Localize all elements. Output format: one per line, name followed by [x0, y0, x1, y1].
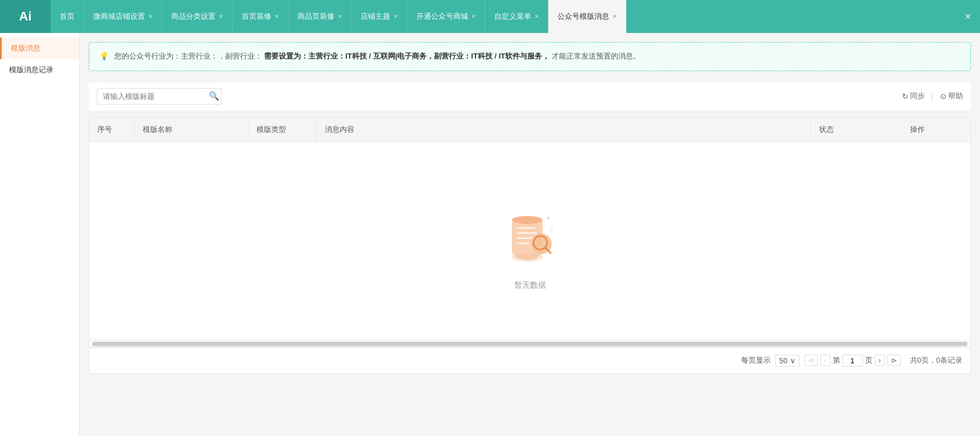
- pagination: 每页显示 50 ∨ ⊲ ‹ 第 页 › ⊳ 共0页，0条记录: [89, 347, 971, 374]
- col-action: 操作: [902, 118, 970, 142]
- first-page-button[interactable]: ⊲: [804, 355, 818, 366]
- sync-button[interactable]: ↻ 同步: [902, 91, 925, 101]
- nav-tab-product-decor[interactable]: 商品页装修 ×: [288, 0, 352, 33]
- empty-text: 暂无数据: [514, 280, 546, 290]
- next-page-button[interactable]: ›: [875, 355, 885, 366]
- close-tab-wechat-shop[interactable]: ×: [148, 13, 152, 20]
- horizontal-scrollbar[interactable]: [89, 341, 971, 347]
- nav-tab-custom-menu[interactable]: 自定义菜单 ×: [485, 0, 548, 33]
- nav-tab-shop-theme[interactable]: 店铺主题 ×: [352, 0, 407, 33]
- scrollbar-thumb[interactable]: [92, 342, 967, 346]
- last-page-button[interactable]: ⊳: [887, 355, 901, 366]
- prev-page-button[interactable]: ‹: [820, 355, 830, 366]
- search-actions: ↻ 同步 | ⊙ 帮助: [902, 91, 963, 101]
- close-tab-custom-menu[interactable]: ×: [535, 13, 539, 20]
- svg-text:✦: ✦: [540, 212, 544, 216]
- close-tab-product-category[interactable]: ×: [219, 13, 223, 20]
- nav-tab-open-wechat[interactable]: 开通公众号商城 ×: [407, 0, 485, 33]
- table-header: 序号 模版名称 模版类型 消息内容 状态 操作: [89, 117, 971, 142]
- sidebar-nav: 模版消息模版消息记录: [0, 38, 79, 81]
- close-tab-home-decor[interactable]: ×: [275, 13, 279, 20]
- top-navigation: Ai 首页微商城店铺设置 ×商品分类设置 ×首页装修 ×商品页装修 ×店铺主题 …: [0, 0, 980, 33]
- col-content: 消息内容: [317, 118, 811, 142]
- table-container: 序号 模版名称 模版类型 消息内容 状态 操作: [89, 117, 971, 374]
- banner-suffix: 才能正常发送预置的消息。: [552, 52, 640, 60]
- help-button[interactable]: ⊙ 帮助: [940, 91, 963, 101]
- sidebar-item-template-msg-log[interactable]: 模版消息记录: [0, 59, 79, 81]
- help-icon: ⊙: [940, 92, 946, 101]
- empty-state: ✦ ✦ ✦ 暂无数据: [496, 180, 564, 302]
- action-divider: |: [932, 92, 933, 101]
- search-input-wrapper: 🔍: [97, 88, 222, 105]
- close-tab-shop-theme[interactable]: ×: [394, 13, 398, 20]
- nav-tab-template-msg[interactable]: 公众号模版消息 ×: [548, 0, 626, 33]
- close-tab-template-msg[interactable]: ×: [613, 13, 617, 20]
- page-size-value: 50: [779, 356, 787, 365]
- sync-icon: ↻: [902, 92, 908, 101]
- svg-text:✦: ✦: [550, 227, 554, 232]
- banner-prefix: 您的公众号行业为：主营行业：，副营行业：: [114, 52, 262, 60]
- page-unit: 页: [865, 355, 873, 366]
- page-size-select[interactable]: 50 ∨: [775, 355, 799, 367]
- page-navigation: ⊲ ‹ 第 页 › ⊳: [804, 355, 901, 367]
- nav-tab-wechat-shop[interactable]: 微商城店铺设置 ×: [84, 0, 162, 33]
- page-number-input[interactable]: [842, 355, 863, 367]
- sidebar: 模版消息模版消息记录: [0, 33, 80, 436]
- search-bar: 🔍 ↻ 同步 | ⊙ 帮助: [89, 82, 971, 110]
- app-logo: Ai: [0, 0, 51, 33]
- table-body: ✦ ✦ ✦ 暂无数据: [89, 142, 971, 341]
- col-name: 模版名称: [135, 118, 249, 142]
- info-banner: 💡 您的公众号行业为：主营行业：，副营行业： 需要设置为：主营行业：IT科技 /…: [89, 42, 971, 71]
- close-tab-product-decor[interactable]: ×: [338, 13, 342, 20]
- nav-tab-home[interactable]: 首页: [51, 0, 84, 33]
- svg-point-2: [512, 216, 543, 224]
- search-button[interactable]: 🔍: [204, 89, 222, 103]
- close-all-button[interactable]: ×: [956, 11, 980, 23]
- main-content: 💡 您的公众号行业为：主营行业：，副营行业： 需要设置为：主营行业：IT科技 /…: [80, 33, 980, 436]
- help-label: 帮助: [948, 91, 963, 101]
- nav-tab-product-category[interactable]: 商品分类设置 ×: [162, 0, 233, 33]
- bulb-icon: 💡: [100, 52, 109, 60]
- nav-tabs: 首页微商城店铺设置 ×商品分类设置 ×首页装修 ×商品页装修 ×店铺主题 ×开通…: [51, 0, 956, 33]
- nav-tab-home-decor[interactable]: 首页装修 ×: [233, 0, 288, 33]
- page-size-label: 每页显示: [741, 355, 771, 366]
- svg-text:✦: ✦: [546, 215, 551, 221]
- page-prefix: 第: [833, 355, 840, 366]
- close-tab-open-wechat[interactable]: ×: [472, 13, 475, 20]
- sidebar-item-template-msg[interactable]: 模版消息: [0, 38, 79, 59]
- search-input[interactable]: [97, 89, 204, 104]
- col-status: 状态: [811, 118, 902, 142]
- empty-illustration: ✦ ✦ ✦: [496, 203, 564, 271]
- col-type: 模版类型: [249, 118, 317, 142]
- banner-highlight: 需要设置为：主营行业：IT科技 / 互联网|电子商务，副营行业：IT科技 / I…: [264, 52, 549, 60]
- sync-label: 同步: [910, 91, 925, 101]
- col-seq: 序号: [89, 118, 135, 142]
- chevron-down-icon: ∨: [790, 356, 796, 365]
- page-layout: 模版消息模版消息记录 💡 您的公众号行业为：主营行业：，副营行业： 需要设置为：…: [0, 33, 980, 436]
- total-info: 共0页，0条记录: [910, 355, 962, 366]
